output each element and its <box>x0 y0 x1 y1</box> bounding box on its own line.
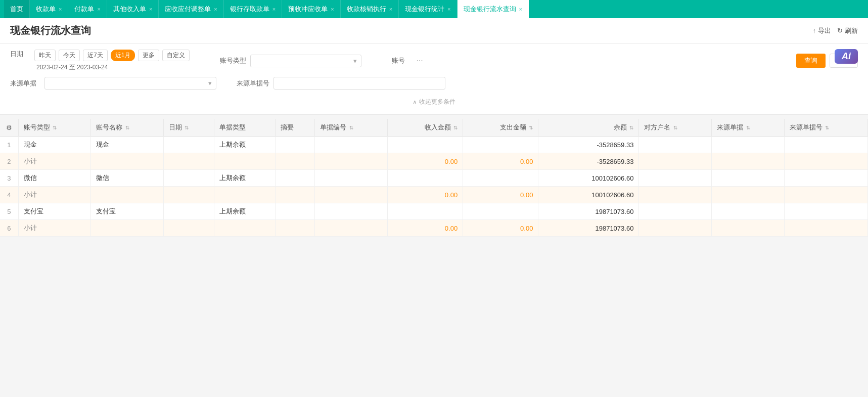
close-icon[interactable]: × <box>331 6 334 12</box>
cell-counterpart <box>639 170 712 187</box>
close-icon[interactable]: × <box>272 6 276 12</box>
chevron-down-icon: ▾ <box>208 79 212 87</box>
source-doc-filter: 来源单据 ▾ <box>10 77 216 90</box>
cell-balance: 19871073.60 <box>538 220 639 237</box>
cell-summary <box>276 153 315 170</box>
sort-icon[interactable]: ⇅ <box>746 125 750 130</box>
cell-summary <box>276 137 315 153</box>
close-icon[interactable]: × <box>389 6 392 12</box>
source-doc-no-input[interactable] <box>273 77 445 90</box>
table-row: 2 小计 0.00 0.00 -3528659.33 <box>0 153 868 170</box>
date-btn-7days[interactable]: 近7天 <box>83 50 108 61</box>
cell-expense: 0.00 <box>463 220 538 237</box>
cell-balance: -3528659.33 <box>538 153 639 170</box>
cell-source-doc-no <box>784 153 867 170</box>
col-settings[interactable]: ⚙ <box>0 119 18 137</box>
date-btn-more[interactable]: 更多 <box>138 50 159 61</box>
ai-badge[interactable]: Ai <box>835 49 858 64</box>
nav-tab-fukuan[interactable]: 付款单 × <box>68 0 107 18</box>
col-account-type: 账号类型 ⇅ <box>18 119 91 137</box>
nav-tab-yinhang[interactable]: 银行存取款单 × <box>224 0 282 18</box>
nav-home[interactable]: 首页 <box>4 0 30 18</box>
row-number: 2 <box>0 153 18 170</box>
close-icon[interactable]: × <box>447 6 450 12</box>
nav-tab-shoukuan[interactable]: 收款单 × <box>30 0 68 18</box>
cell-income: 0.00 <box>387 153 463 170</box>
cell-summary <box>276 170 315 187</box>
col-balance: 余额 ⇅ <box>538 119 639 137</box>
source-doc-no-filter: 来源单据号 <box>237 77 445 90</box>
close-icon[interactable]: × <box>149 6 152 12</box>
refresh-button[interactable]: ↻ 刷新 <box>837 26 858 35</box>
cell-source-doc-no <box>784 137 867 153</box>
cell-doc-no <box>315 153 388 170</box>
nav-tab-xianjin-query[interactable]: 现金银行流水查询 × <box>458 0 529 18</box>
close-icon[interactable]: × <box>59 6 62 12</box>
source-doc-no-label: 来源单据号 <box>237 79 269 88</box>
row-number: 5 <box>0 203 18 220</box>
close-icon[interactable]: × <box>214 6 217 12</box>
sort-icon[interactable]: ⇅ <box>53 125 57 130</box>
cell-date <box>163 137 214 153</box>
account-type-filter: 账号类型 ▾ <box>220 55 361 67</box>
cell-doc-type: 上期余额 <box>214 203 276 220</box>
col-source-doc: 来源单据 ⇅ <box>712 119 785 137</box>
cell-account-type: 小计 <box>18 220 91 237</box>
cell-account-type: 支付宝 <box>18 203 91 220</box>
cell-doc-type <box>214 187 276 203</box>
sort-icon[interactable]: ⇅ <box>529 125 533 130</box>
chevron-down-icon: ▾ <box>353 57 357 65</box>
date-btn-today[interactable]: 今天 <box>59 50 80 61</box>
nav-tab-yushou[interactable]: 预收冲应收单 × <box>282 0 340 18</box>
cell-source-doc-no <box>784 203 867 220</box>
sort-icon[interactable]: ⇅ <box>673 125 677 130</box>
cell-expense <box>463 170 538 187</box>
nav-tab-xianjin-stat[interactable]: 现金银行统计 × <box>399 0 457 18</box>
export-button[interactable]: ↑ 导出 <box>813 26 832 35</box>
cell-counterpart <box>639 153 712 170</box>
table-row: 5 支付宝 支付宝 上期余额 19871073.60 <box>0 203 868 220</box>
date-btn-custom[interactable]: 自定义 <box>162 50 190 61</box>
sort-icon[interactable]: ⇅ <box>629 125 633 130</box>
collapse-filters-button[interactable]: ∧ 收起更多条件 <box>10 95 858 108</box>
cell-summary <box>276 220 315 237</box>
sort-icon[interactable]: ⇅ <box>453 125 458 130</box>
header-actions: ↑ 导出 ↻ 刷新 <box>813 26 858 35</box>
cell-counterpart <box>639 203 712 220</box>
cell-source-doc-no <box>784 170 867 187</box>
cell-balance: 100102606.60 <box>538 187 639 203</box>
query-button[interactable]: 查询 <box>796 54 826 68</box>
nav-tab-shoukuancore[interactable]: 收款核销执行 × <box>341 0 399 18</box>
source-doc-select[interactable]: ▾ <box>44 77 216 90</box>
nav-tab-qita[interactable]: 其他收入单 × <box>107 0 159 18</box>
table-row: 4 小计 0.00 0.00 100102606.60 <box>0 187 868 203</box>
cell-expense: 0.00 <box>463 153 538 170</box>
cell-source-doc <box>712 220 785 237</box>
sort-icon[interactable]: ⇅ <box>349 125 353 130</box>
sort-icon[interactable]: ⇅ <box>825 125 829 130</box>
close-icon[interactable]: × <box>519 6 522 12</box>
col-source-doc-no: 来源单据号 ⇅ <box>784 119 867 137</box>
cell-doc-no <box>315 203 388 220</box>
cell-balance: -3528659.33 <box>538 137 639 153</box>
account-label: 账号 <box>392 56 412 65</box>
date-btn-yesterday[interactable]: 昨天 <box>34 50 56 61</box>
sort-icon[interactable]: ⇅ <box>125 125 129 130</box>
account-dots[interactable]: ··· <box>416 56 423 65</box>
cell-summary <box>276 187 315 203</box>
close-icon[interactable]: × <box>97 6 100 12</box>
cell-account-name <box>91 220 164 237</box>
cell-date <box>163 170 214 187</box>
nav-tab-yingshou[interactable]: 应收应付调整单 × <box>159 0 223 18</box>
cell-account-name: 支付宝 <box>91 203 164 220</box>
date-btn-1month[interactable]: 近1月 <box>111 50 135 61</box>
cell-source-doc <box>712 187 785 203</box>
sort-icon[interactable]: ⇅ <box>185 125 189 130</box>
data-table: ⚙ 账号类型 ⇅ 账号名称 ⇅ 日期 ⇅ 单据类型 摘要 <box>0 119 868 237</box>
account-type-select[interactable]: ▾ <box>250 55 361 67</box>
table-row: 6 小计 0.00 0.00 19871073.60 <box>0 220 868 237</box>
row-number: 3 <box>0 170 18 187</box>
date-range-display: 2023-02-24 至 2023-03-24 <box>36 63 190 72</box>
top-nav: 首页 收款单 × 付款单 × 其他收入单 × 应收应付调整单 × 银行存取款单 … <box>0 0 868 18</box>
cell-counterpart <box>639 220 712 237</box>
